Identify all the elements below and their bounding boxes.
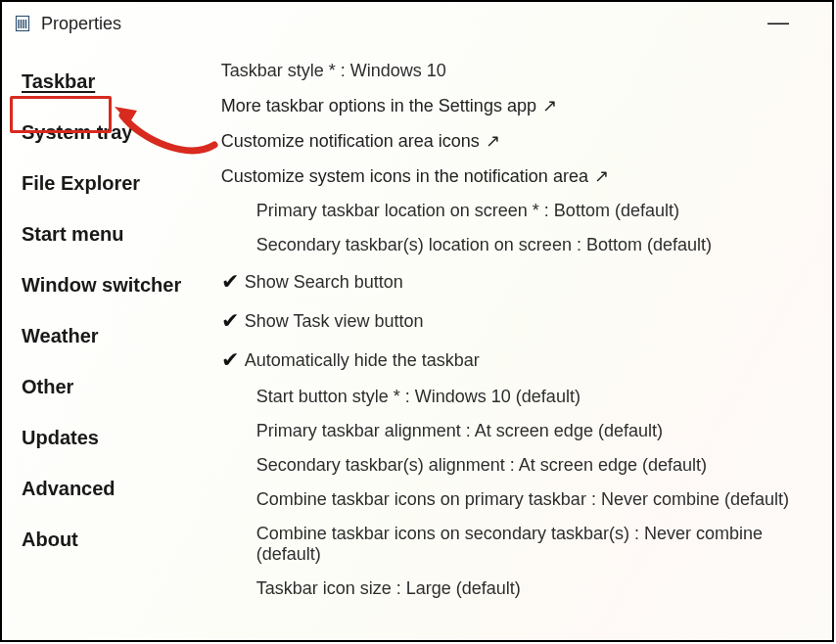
link-customize-notification-icons[interactable]: Customize notification area icons ↗ <box>221 130 818 152</box>
link-customize-system-icons[interactable]: Customize system icons in the notificati… <box>221 165 818 187</box>
sidebar-item-weather[interactable]: Weather <box>18 321 200 351</box>
setting-label: Combine taskbar icons on secondary taskb… <box>256 524 818 565</box>
sidebar-item-advanced[interactable]: Advanced <box>18 474 200 504</box>
sidebar-item-window-switcher[interactable]: Window switcher <box>18 270 200 300</box>
setting-label: Primary taskbar alignment : At screen ed… <box>256 421 663 441</box>
toggle-show-search[interactable]: ✔ Show Search button <box>221 269 818 295</box>
setting-combine-primary[interactable]: Combine taskbar icons on primary taskbar… <box>221 489 818 510</box>
setting-primary-alignment[interactable]: Primary taskbar alignment : At screen ed… <box>221 421 818 441</box>
setting-label: Show Search button <box>245 272 403 293</box>
setting-label: Secondary taskbar(s) alignment : At scre… <box>256 455 707 476</box>
properties-window: Properties — Taskbar System tray File Ex… <box>0 0 834 642</box>
link-label: Customize notification area icons <box>221 131 480 152</box>
setting-secondary-location[interactable]: Secondary taskbar(s) location on screen … <box>221 235 818 255</box>
link-label: More taskbar options in the Settings app <box>221 96 536 116</box>
minimize-button[interactable]: — <box>769 16 787 29</box>
toggle-show-taskview[interactable]: ✔ Show Task view button <box>221 308 818 334</box>
setting-label: Taskbar icon size : Large (default) <box>256 578 521 599</box>
external-link-icon: ↗ <box>542 95 557 116</box>
titlebar: Properties — <box>2 2 832 45</box>
setting-start-button-style[interactable]: Start button style * : Windows 10 (defau… <box>221 387 818 407</box>
setting-label: Start button style * : Windows 10 (defau… <box>256 387 581 407</box>
link-more-taskbar-options[interactable]: More taskbar options in the Settings app… <box>221 95 818 116</box>
setting-label: Primary taskbar location on screen * : B… <box>256 201 679 221</box>
window-body: Taskbar System tray File Explorer Start … <box>2 45 832 640</box>
setting-label: Taskbar style * : Windows 10 <box>221 61 446 81</box>
sidebar-item-other[interactable]: Other <box>18 372 200 402</box>
sidebar-item-start-menu[interactable]: Start menu <box>18 219 200 250</box>
sidebar-item-file-explorer[interactable]: File Explorer <box>18 168 200 199</box>
setting-icon-size[interactable]: Taskbar icon size : Large (default) <box>221 578 818 599</box>
check-icon: ✔ <box>221 308 245 334</box>
check-icon: ✔ <box>221 269 245 295</box>
check-icon: ✔ <box>221 347 245 373</box>
setting-label: Show Task view button <box>245 311 424 332</box>
sidebar-item-updates[interactable]: Updates <box>18 423 200 453</box>
setting-label: Automatically hide the taskbar <box>245 350 480 371</box>
external-link-icon: ↗ <box>486 130 500 152</box>
external-link-icon: ↗ <box>594 165 609 187</box>
setting-label: Secondary taskbar(s) location on screen … <box>256 235 712 255</box>
sidebar-item-about[interactable]: About <box>18 525 200 555</box>
sidebar-item-taskbar[interactable]: Taskbar <box>18 67 200 97</box>
sidebar: Taskbar System tray File Explorer Start … <box>2 49 200 632</box>
app-icon <box>14 15 31 32</box>
link-label: Customize system icons in the notificati… <box>221 166 588 187</box>
setting-taskbar-style[interactable]: Taskbar style * : Windows 10 <box>221 61 818 81</box>
sidebar-item-system-tray[interactable]: System tray <box>18 117 200 148</box>
content-pane: Taskbar style * : Windows 10 More taskba… <box>200 49 832 632</box>
window-title: Properties <box>41 14 121 34</box>
setting-primary-location[interactable]: Primary taskbar location on screen * : B… <box>221 201 818 221</box>
setting-secondary-alignment[interactable]: Secondary taskbar(s) alignment : At scre… <box>221 455 818 476</box>
setting-combine-secondary[interactable]: Combine taskbar icons on secondary taskb… <box>221 524 818 565</box>
setting-label: Combine taskbar icons on primary taskbar… <box>256 489 789 510</box>
toggle-auto-hide[interactable]: ✔ Automatically hide the taskbar <box>221 347 818 373</box>
